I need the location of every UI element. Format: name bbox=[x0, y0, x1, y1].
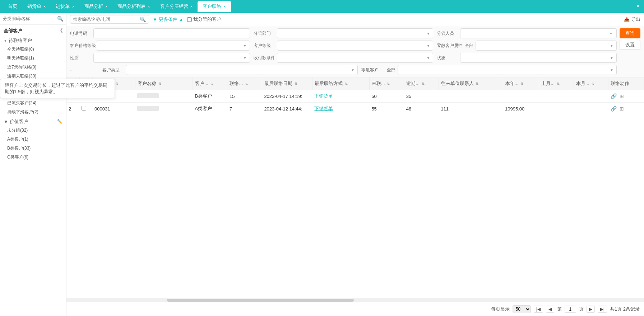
row2-link-icon[interactable]: 🔗 bbox=[611, 106, 617, 112]
sidebar-item-tomorrow[interactable]: 明天待联络(1) bbox=[0, 54, 66, 63]
row2-checkbox[interactable] bbox=[82, 106, 86, 110]
customer-grade-select[interactable]: ▼ bbox=[277, 41, 434, 51]
my-customer-checkbox[interactable] bbox=[187, 17, 192, 22]
filter-icon: ▼ bbox=[153, 17, 157, 22]
scatter-attr-arrow-icon: ▼ bbox=[610, 44, 613, 48]
sort-tmonth-icon[interactable]: ⇅ bbox=[591, 82, 594, 86]
row2-grid-icon[interactable]: ⊞ bbox=[620, 106, 624, 112]
close-sales-icon[interactable]: × bbox=[43, 4, 46, 9]
sidebar-all-customers-header: 全部客户 《 bbox=[0, 25, 66, 36]
person-select[interactable]: ··· bbox=[460, 28, 617, 38]
tab-purchase[interactable]: 进货单 × bbox=[51, 1, 79, 12]
horizontal-scrollbar[interactable] bbox=[66, 298, 644, 302]
cell-method-1[interactable]: 下销货单 bbox=[312, 90, 369, 103]
my-customer-wrap: 我分管的客户 bbox=[187, 16, 221, 23]
first-page-button[interactable]: |◀ bbox=[534, 306, 543, 313]
payment-arrow-icon: ▼ bbox=[426, 56, 430, 60]
row1-link-icon[interactable]: 🔗 bbox=[611, 93, 617, 99]
prev-page-button[interactable]: ◀ bbox=[546, 306, 554, 313]
filter-more-dots[interactable]: ··· bbox=[70, 67, 74, 72]
sidebar-search-input[interactable] bbox=[3, 16, 57, 21]
nature-select[interactable]: ▼ bbox=[93, 53, 250, 63]
tab-sales[interactable]: 销货单 × bbox=[22, 1, 51, 12]
tab-customer-contact[interactable]: 客户联络 × bbox=[198, 1, 231, 12]
search-icon[interactable]: 🔍 bbox=[140, 16, 146, 22]
person-dots-icon[interactable]: ··· bbox=[610, 31, 613, 36]
col-unit-contact: 往来单位联系人 ⇅ bbox=[439, 77, 503, 90]
scrollbar-thumb[interactable] bbox=[167, 299, 354, 302]
filter-payment: 收付款条件 ▼ bbox=[254, 53, 434, 63]
sidebar-item-class-c[interactable]: C类客户(6) bbox=[0, 153, 66, 162]
tab-home[interactable]: 首页 bbox=[3, 1, 22, 12]
customer-table: ⚙ 客户编码 ⇅ 客户名称 ⇅ bbox=[66, 77, 644, 115]
sidebar-search-icon[interactable]: 🔍 bbox=[57, 16, 63, 22]
sidebar-item-class-a[interactable]: A类客户(1) bbox=[0, 135, 66, 144]
close-segment-icon[interactable]: × bbox=[190, 4, 193, 9]
close-contact-icon[interactable]: × bbox=[223, 4, 226, 9]
payment-select[interactable]: ▼ bbox=[277, 53, 434, 63]
filter-row-2: 客户价格等级 ▼ 客户等级 ▼ bbox=[70, 41, 617, 51]
sort-type-icon[interactable]: ⇅ bbox=[210, 82, 213, 86]
per-page-select[interactable]: 50 100 200 bbox=[513, 305, 531, 313]
tab-goods-analysis[interactable]: 商品分析 × bbox=[79, 1, 112, 12]
sidebar-item-ungroup[interactable]: 未分组(32) bbox=[0, 126, 66, 135]
col-contact-action: 联络动作 bbox=[608, 77, 644, 90]
sidebar-item-declining[interactable]: 持续下滑客户(2) bbox=[0, 108, 66, 117]
cell-type-2: A类客户 bbox=[193, 103, 227, 115]
cell-method-2[interactable]: 下销货单 bbox=[312, 103, 369, 115]
nature-arrow-icon: ▼ bbox=[243, 56, 247, 60]
sort-unit-icon[interactable]: ⇅ bbox=[476, 82, 478, 86]
last-page-button[interactable]: ▶| bbox=[598, 306, 607, 313]
sort-uncontact-icon[interactable]: ⇅ bbox=[387, 82, 390, 86]
sort-name-icon[interactable]: ⇅ bbox=[158, 82, 161, 86]
scatter-customer-select[interactable]: ▼ bbox=[398, 65, 617, 75]
cell-tmonth-2 bbox=[574, 103, 608, 115]
more-filter-button[interactable]: ▼ 更多条件 ▲ bbox=[153, 16, 184, 23]
cell-checkbox-2 bbox=[79, 103, 92, 115]
sort-contact-icon[interactable]: ⇅ bbox=[245, 82, 248, 86]
content-area: 🔍 ▼ 更多条件 ▲ 我分管的客户 📤 导出 bbox=[66, 13, 644, 316]
scatter-attr-select[interactable]: ▼ bbox=[476, 41, 617, 51]
sidebar-item-class-b[interactable]: B类客户(33) bbox=[0, 144, 66, 153]
sort-year-icon[interactable]: ⇅ bbox=[520, 82, 523, 86]
sort-overdue-icon[interactable]: ⇅ bbox=[422, 82, 425, 86]
close-goods-list-icon[interactable]: × bbox=[148, 4, 150, 9]
close-goods-analysis-icon[interactable]: × bbox=[105, 4, 107, 9]
tab-goods-analysis-list[interactable]: 商品分析列表 × bbox=[112, 1, 155, 12]
close-all-button[interactable]: × bbox=[636, 3, 640, 9]
table-row: 2 000031 A类客户 7 2023-04-12 14:44: 下销货单 5… bbox=[66, 103, 644, 115]
cell-lmonth-1 bbox=[539, 90, 574, 103]
setting-button[interactable]: 设置 bbox=[620, 40, 640, 50]
sort-method-icon[interactable]: ⇅ bbox=[345, 82, 348, 86]
sort-lmonth-icon[interactable]: ⇅ bbox=[557, 82, 560, 86]
sort-date-icon[interactable]: ⇅ bbox=[295, 82, 297, 86]
pending-arrow-icon: ▼ bbox=[4, 39, 7, 43]
cell-uncontact-1: 50 bbox=[369, 90, 404, 103]
sort-code-icon[interactable]: ⇅ bbox=[115, 82, 118, 86]
dept-select[interactable]: ▼ bbox=[277, 28, 434, 38]
filter-row-4: ··· 客户类型 ▼ 零散客户 全部 bbox=[70, 65, 617, 75]
dept-arrow-icon: ▼ bbox=[426, 32, 430, 36]
page-input[interactable] bbox=[565, 306, 576, 313]
sidebar-item-7days[interactable]: 近7天待联络(0) bbox=[0, 63, 66, 72]
query-button[interactable]: 查询 bbox=[620, 28, 640, 38]
customer-type-select[interactable]: ▼ bbox=[126, 65, 358, 75]
cell-unit-2: 111 bbox=[439, 103, 503, 115]
row1-grid-icon[interactable]: ⊞ bbox=[620, 93, 624, 99]
customer-type-arrow-icon: ▼ bbox=[351, 68, 355, 72]
cell-tmonth-1 bbox=[574, 90, 608, 103]
sidebar-value-edit-icon[interactable]: ✏️ bbox=[57, 119, 62, 124]
sidebar-item-today[interactable]: 今天待联络(0) bbox=[0, 45, 66, 54]
export-button[interactable]: 📤 导出 bbox=[624, 16, 640, 23]
sidebar-item-lost[interactable]: 已流失客户(24) bbox=[0, 99, 66, 108]
close-purchase-icon[interactable]: × bbox=[72, 4, 74, 9]
status-select[interactable]: ▼ bbox=[460, 53, 617, 63]
next-page-button[interactable]: ▶ bbox=[587, 306, 595, 313]
cell-action-2: 🔗 ⊞ bbox=[608, 103, 644, 115]
tab-customer-segment[interactable]: 客户分层经营 × bbox=[155, 1, 198, 12]
price-grade-select[interactable]: ▼ bbox=[96, 41, 250, 51]
phone-input[interactable] bbox=[93, 28, 250, 38]
search-input[interactable] bbox=[73, 17, 140, 22]
customer-name-avatar-1 bbox=[137, 93, 159, 98]
sidebar-collapse-icon[interactable]: 《 bbox=[58, 28, 62, 34]
